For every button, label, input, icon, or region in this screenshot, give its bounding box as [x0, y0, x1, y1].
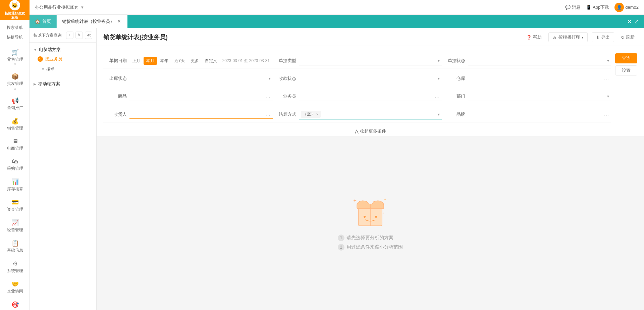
settlement-label: 结算方式	[273, 111, 296, 117]
filter-brand: 品牌 …	[442, 107, 611, 122]
settlement-tag: （空） ×	[301, 111, 321, 118]
help-btn[interactable]: ❓ 帮助	[524, 33, 544, 42]
message-btn[interactable]: 💬 消息	[565, 4, 581, 10]
tab-sales-stat[interactable]: 销货单统计表（按业务员） ✕	[57, 15, 127, 28]
filter-receiver: 收货人 …	[103, 107, 273, 122]
empty-state: ✦ ✦ ✦ 1 请先选择要分析的方案 2 用过滤条件来缩小分析范围	[338, 196, 403, 251]
date-tab-7days[interactable]: 近7天	[172, 57, 187, 65]
logo-text: 畅捷通好生意	[5, 11, 25, 15]
refresh-btn[interactable]: ↻ 刷新	[618, 33, 637, 42]
receiver-input[interactable]: …	[129, 110, 273, 119]
sidebar-item-system[interactable]: ⚙ 系统管理	[0, 257, 29, 277]
sidebar-item-finance[interactable]: 💳 资金管理	[0, 195, 29, 216]
out-status-arrow-icon: ▾	[269, 76, 271, 81]
goods-label: 商品	[103, 93, 127, 99]
payment-status-arrow-icon: ▾	[438, 76, 440, 81]
salesperson-input[interactable]: …	[299, 92, 442, 101]
empty-tip-2: 2 用过滤条件来缩小分析范围	[338, 244, 403, 251]
scheme-item-salesperson-label: 按业务员	[45, 56, 62, 62]
sidebar-item-retail[interactable]: 🛒 零售管理 ▼	[0, 45, 29, 69]
scheme-group-desktop-label[interactable]: ▼ 电脑端方案	[30, 45, 96, 54]
user-avatar-area[interactable]: 👤 demo2	[614, 3, 639, 12]
date-tab-more[interactable]: 更多	[188, 57, 202, 65]
scheme-item-order[interactable]: ≡ 按单	[30, 64, 96, 74]
sidebar-item-marketing[interactable]: 📢 营销推广	[0, 94, 29, 114]
sidebar-item-wholesale[interactable]: 📦 批发管理 ▲	[0, 69, 29, 94]
order-status-arrow-icon: ▾	[607, 58, 609, 63]
topbar: 办公用品行业模拟账套 ▾ 💬 消息 📱 App下载 👤 demo2	[30, 0, 644, 15]
app-download-btn[interactable]: 📱 App下载	[586, 4, 609, 10]
scheme-edit-btn[interactable]: ✎	[75, 32, 83, 39]
payment-status-input[interactable]: ▾	[299, 74, 442, 83]
sidebar-item-ecommerce[interactable]: 🖥 电商管理	[0, 135, 29, 155]
out-status-input[interactable]: ▾	[129, 74, 273, 83]
order-status-input[interactable]: ▾	[468, 56, 611, 65]
message-label: 消息	[572, 4, 581, 10]
wholesale-icon: 📦	[11, 73, 19, 80]
scheme-panel-icons: + ✎ ≪	[66, 32, 92, 39]
sidebar-item-inventory[interactable]: 📊 库存核算	[0, 175, 29, 195]
settlement-input[interactable]: （空） × ▾	[299, 109, 442, 119]
empty-tip-1: 1 请先选择要分析的方案	[338, 235, 403, 241]
sidebar-search-menu[interactable]: 搜索菜单	[7, 23, 23, 33]
empty-tip-1-text: 请先选择要分析的方案	[346, 235, 393, 241]
sidebar-item-operations[interactable]: 📈 经营管理	[0, 216, 29, 236]
right-panel: 销货单统计表(按业务员) ❓ 帮助 🖨 按模板打印 ▾ ⬇ 导出	[97, 28, 644, 310]
sidebar-item-newuser[interactable]: 🎯 新手引导	[0, 298, 29, 310]
svg-text:✦: ✦	[353, 198, 357, 203]
sidebar-item-label-enterprise: 企业协同	[7, 289, 23, 294]
sidebar-item-enterprise[interactable]: 🤝 企业协同	[0, 277, 29, 298]
warehouse-input[interactable]: …	[468, 74, 611, 83]
export-btn[interactable]: ⬇ 导出	[592, 32, 614, 42]
tab-minimize-icon[interactable]: ✕	[627, 18, 632, 25]
tab-maximize-icon[interactable]: ⤢	[634, 18, 639, 25]
goods-input[interactable]: …	[129, 92, 273, 101]
sidebar-item-sales[interactable]: 💰 销售管理	[0, 114, 29, 135]
settlement-arrow-icon: ▾	[438, 112, 440, 117]
settlement-tag-close-icon[interactable]: ×	[316, 112, 319, 117]
department-input[interactable]: ▾	[468, 92, 611, 101]
logo-subtext: 标版	[11, 15, 18, 20]
brand-input[interactable]: …	[468, 110, 611, 119]
sales-icon: 💰	[11, 117, 19, 125]
edit-icon: ✎	[77, 33, 81, 38]
scheme-group-mobile-label[interactable]: ▶ 移动端方案	[30, 80, 96, 88]
scheme-item-salesperson[interactable]: S 按业务员	[30, 54, 96, 64]
date-tab-this-month[interactable]: 本月	[144, 57, 157, 65]
date-tab-custom[interactable]: 自定义	[202, 57, 220, 65]
wholesale-arrow-icon: ▲	[13, 87, 17, 90]
home-tab-label: 首页	[42, 18, 51, 24]
sidebar-item-label-purchase: 采购管理	[7, 166, 23, 171]
sidebar-item-label-system: 系统管理	[7, 268, 23, 274]
order-type-input[interactable]: ▾	[299, 56, 442, 65]
scheme-collapse-btn[interactable]: ≪	[85, 32, 92, 39]
workspace-title: 办公用品行业模拟账套	[35, 4, 78, 10]
topbar-dropdown-icon[interactable]: ▾	[81, 5, 84, 10]
print-btn[interactable]: 🖨 按模板打印 ▾	[548, 32, 588, 42]
content-area: 按以下方案查询 + ✎ ≪ ▼ 电脑端方案	[30, 28, 644, 310]
salesperson-label: 业务员	[273, 93, 296, 99]
collapse-conditions-btn[interactable]: ⋀ 收起更多条件	[103, 126, 637, 136]
settings-button[interactable]: 设置	[615, 65, 637, 75]
query-btn-group: 查询 设置	[615, 53, 637, 75]
refresh-icon: ↻	[621, 35, 625, 40]
scheme-order-icon: ≡	[42, 66, 44, 72]
ecommerce-icon: 🖥	[12, 138, 18, 145]
scheme-add-btn[interactable]: +	[66, 32, 73, 39]
sidebar-item-basic[interactable]: 📋 基础信息	[0, 236, 29, 257]
scheme-active-dot: S	[38, 56, 43, 62]
date-tab-this-year[interactable]: 本年	[158, 57, 171, 65]
sidebar-quick-nav[interactable]: 快捷导航	[7, 33, 23, 42]
query-button[interactable]: 查询	[615, 53, 637, 63]
collapse-up-icon: ⋀	[355, 129, 359, 134]
tab-home[interactable]: 🏠 首页	[30, 15, 57, 28]
warehouse-dots-icon: …	[604, 75, 609, 82]
date-tab-last-month[interactable]: 上月	[129, 57, 143, 65]
tab-close-icon[interactable]: ✕	[116, 19, 122, 24]
svg-text:✦: ✦	[382, 212, 384, 215]
avatar-icon: 👤	[617, 5, 622, 10]
sidebar-item-purchase[interactable]: 🛍 采购管理	[0, 155, 29, 175]
out-status-label: 出库状态	[103, 75, 127, 82]
filter-department: 部门 ▾	[442, 89, 611, 104]
system-icon: ⚙	[12, 260, 18, 267]
